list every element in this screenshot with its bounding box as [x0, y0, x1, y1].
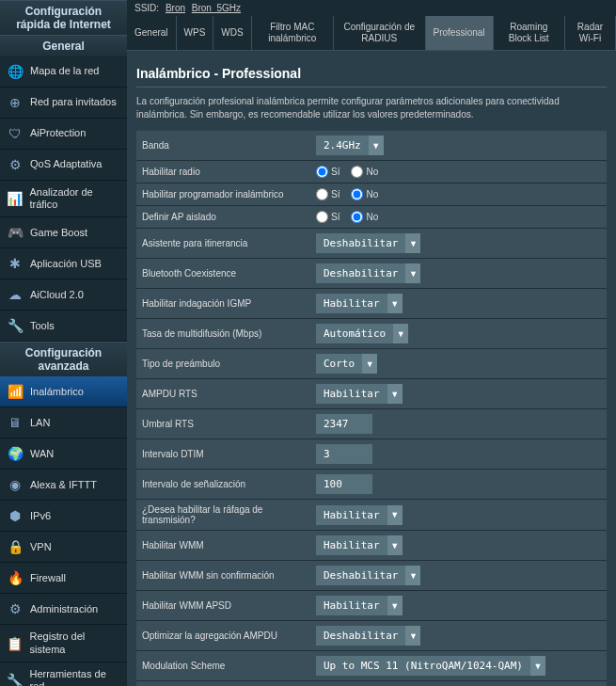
sidebar-icon: 🌍 — [6, 444, 24, 463]
general-item-1[interactable]: ⊕Red para invitados — [0, 88, 127, 119]
tab-7[interactable]: Radar Wi-Fi — [565, 16, 616, 50]
tab-3[interactable]: Filtro MAC inalámbrico — [252, 16, 334, 50]
radio-si-input[interactable] — [316, 188, 328, 200]
select-6[interactable]: Habilitar▼ — [316, 294, 403, 313]
select-value: Up to MCS 11 (NitroQAM/1024-QAM) — [316, 656, 530, 676]
chevron-down-icon: ▼ — [387, 294, 403, 313]
radio-no[interactable]: No — [351, 211, 378, 223]
setting-label: ¿Desea habilitar la ráfaga de transmisió… — [136, 500, 310, 531]
select-9[interactable]: Habilitar▼ — [316, 384, 403, 404]
radio-si[interactable]: Sí — [316, 188, 340, 200]
radio-si-input[interactable] — [316, 211, 328, 223]
radio-si[interactable]: Sí — [316, 211, 340, 223]
setting-label: Definir AP aislado — [136, 206, 310, 229]
setting-label: Equidad de tiempo de emisión — [136, 681, 310, 687]
text-input-12[interactable] — [316, 474, 372, 494]
advanced-item-2[interactable]: 🌍WAN — [0, 439, 127, 470]
setting-row: Habilitar radio Sí No — [136, 161, 607, 183]
tab-6[interactable]: Roaming Block List — [494, 16, 565, 50]
setting-control: Deshabilitar▼ — [310, 621, 607, 651]
general-item-5[interactable]: 🎮Game Boost — [0, 217, 127, 248]
tab-0[interactable]: General — [127, 16, 177, 50]
setting-control: Deshabilitar▼ — [310, 681, 607, 687]
radio-si[interactable]: Sí — [316, 166, 340, 178]
advanced-item-3[interactable]: ◉Alexa & IFTTT — [0, 470, 127, 501]
setting-label: Intervalo de señalización — [136, 470, 310, 500]
general-item-6[interactable]: ✱Aplicación USB — [0, 248, 127, 279]
advanced-item-7[interactable]: ⚙Administración — [0, 594, 127, 625]
advanced-item-5[interactable]: 🔒VPN — [0, 532, 127, 563]
tab-4[interactable]: Configuración de RADIUS — [334, 16, 426, 50]
tab-1[interactable]: WPS — [177, 16, 214, 50]
select-value: Habilitar — [316, 596, 387, 615]
ssid-bar: SSID: Bron Bron_5GHz — [127, 0, 616, 16]
chevron-down-icon: ▼ — [362, 354, 377, 374]
general-item-2[interactable]: 🛡AiProtection — [0, 119, 127, 150]
radio-no-input[interactable] — [351, 188, 363, 200]
sidebar-item-label: Administración — [30, 603, 98, 615]
select-17[interactable]: Deshabilitar▼ — [316, 626, 420, 646]
general-item-8[interactable]: 🔧Tools — [0, 311, 127, 342]
setting-control: Sí No — [310, 206, 607, 229]
sidebar-icon: 🔥 — [6, 568, 24, 587]
ssid-link-1[interactable]: Bron — [166, 3, 185, 13]
advanced-item-6[interactable]: 🔥Firewall — [0, 563, 127, 594]
radio-no-input[interactable] — [351, 211, 363, 223]
general-item-3[interactable]: ⚙QoS Adaptativa — [0, 150, 127, 181]
sidebar-item-label: Inalámbrico — [30, 386, 84, 398]
select-18[interactable]: Up to MCS 11 (NitroQAM/1024-QAM)▼ — [316, 656, 545, 676]
sidebar-item-label: Herramientas de red — [29, 668, 121, 686]
radio-no[interactable]: No — [351, 188, 378, 200]
select-5[interactable]: Deshabilitar▼ — [316, 263, 420, 283]
select-14[interactable]: Habilitar▼ — [316, 535, 403, 555]
chevron-down-icon: ▼ — [530, 656, 545, 676]
select-4[interactable]: Deshabilitar▼ — [316, 233, 420, 253]
select-13[interactable]: Habilitar▼ — [316, 505, 403, 525]
select-value: Deshabilitar — [316, 566, 405, 585]
select-value: Deshabilitar — [316, 626, 405, 646]
setting-control: Corto▼ — [310, 349, 607, 379]
setting-label: Habilitar WMM sin confirmación — [136, 561, 310, 591]
text-input-10[interactable] — [316, 414, 372, 434]
radio-si-input[interactable] — [316, 166, 328, 178]
radio-group-3: Sí No — [316, 211, 601, 223]
section-advanced: Configuración avanzada — [0, 342, 127, 376]
setting-row: ¿Desea habilitar la ráfaga de transmisió… — [136, 500, 607, 531]
select-value: Corto — [316, 354, 362, 374]
advanced-item-4[interactable]: ⬢IPv6 — [0, 501, 127, 532]
sidebar-icon: ⊕ — [6, 93, 24, 112]
radio-no-input[interactable] — [351, 166, 363, 178]
advanced-item-9[interactable]: 🔧Herramientas de red — [0, 662, 127, 686]
advanced-item-0[interactable]: 📶Inalámbrico — [0, 376, 127, 407]
select-8[interactable]: Corto▼ — [316, 354, 377, 374]
setting-label: Tipo de preámbulo — [136, 349, 310, 379]
sidebar-item-label: Red para invitados — [30, 96, 117, 108]
setting-row: Intervalo de señalización — [136, 470, 607, 500]
general-item-4[interactable]: 📊Analizador de tráfico — [0, 181, 127, 217]
select-15[interactable]: Deshabilitar▼ — [316, 566, 420, 585]
setting-control: Deshabilitar▼ — [310, 561, 607, 591]
text-input-11[interactable] — [316, 444, 372, 464]
select-0[interactable]: 2.4GHz▼ — [316, 136, 384, 155]
main-content: SSID: Bron Bron_5GHz GeneralWPSWDSFiltro… — [127, 0, 616, 686]
advanced-item-8[interactable]: 📋Registro del sistema — [0, 625, 127, 662]
setting-label: AMPDU RTS — [136, 379, 310, 409]
setting-control: Habilitar▼ — [310, 591, 607, 621]
setting-row: Asistente para itineranciaDeshabilitar▼ — [136, 229, 607, 259]
sidebar-item-label: Game Boost — [30, 227, 87, 239]
setting-control: Sí No — [310, 161, 607, 183]
sidebar-icon: ◉ — [6, 475, 24, 494]
advanced-item-1[interactable]: 🖥LAN — [0, 407, 127, 439]
sidebar-item-label: VPN — [30, 541, 52, 553]
section-quick-config[interactable]: Configuración rápida de Internet — [0, 0, 127, 35]
ssid-link-2[interactable]: Bron_5GHz — [192, 3, 241, 13]
select-7[interactable]: Automático▼ — [316, 324, 408, 343]
tab-5[interactable]: Professional — [426, 16, 494, 50]
sidebar-item-label: Tools — [30, 320, 55, 332]
general-item-0[interactable]: 🌐Mapa de la red — [0, 56, 127, 88]
general-item-7[interactable]: ☁AiCloud 2.0 — [0, 279, 127, 311]
select-16[interactable]: Habilitar▼ — [316, 596, 403, 615]
settings-table: Banda2.4GHz▼Habilitar radio Sí No Habili… — [136, 131, 607, 686]
tab-2[interactable]: WDS — [213, 16, 251, 50]
radio-no[interactable]: No — [351, 166, 378, 178]
